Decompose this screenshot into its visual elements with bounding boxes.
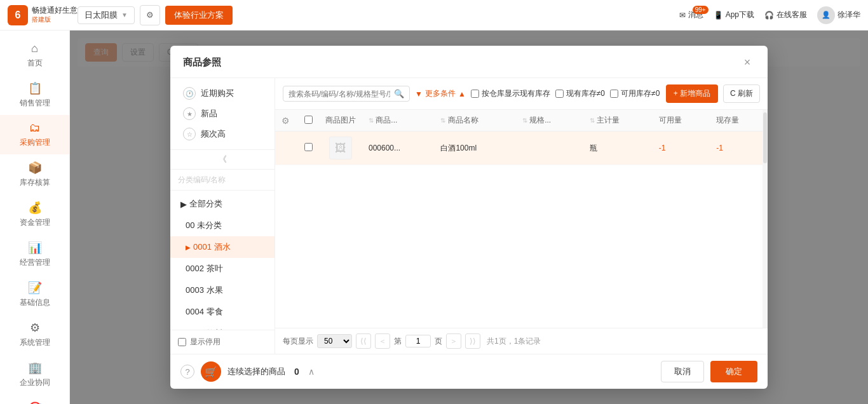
row-img: 🖼: [319, 131, 362, 165]
cat-0003-label: 0003 水果: [186, 285, 223, 296]
toolbar-right: + 新增商品 C 刷新: [666, 84, 760, 103]
warehouse-filter[interactable]: 按仓库显示现有库存: [471, 88, 550, 99]
quick-new[interactable]: ★ 新品: [178, 104, 267, 124]
footer-right: 取消 确定: [661, 361, 757, 382]
sidebar-item-home[interactable]: ⌂ 首页: [0, 36, 69, 75]
show-disabled-checkbox[interactable]: [178, 338, 186, 346]
sidebar-item-inventory[interactable]: 📦 库存核算: [0, 154, 69, 194]
category-list: ▶ 全部分类 00 未分类 ▶ 0001 酒水 0002 茶: [170, 191, 275, 330]
col-stock-label: 现存量: [716, 116, 739, 125]
service-item[interactable]: 🎧 在线客服: [764, 10, 807, 20]
warehouse-checkbox[interactable]: [471, 90, 479, 98]
add-product-button[interactable]: + 新增商品: [666, 84, 718, 103]
product-search-wrap: 🔍: [283, 86, 410, 102]
modal-title: 商品参照: [183, 57, 221, 69]
quick-frequent[interactable]: ☆ 频次高: [178, 124, 267, 144]
cat-item-00[interactable]: 00 未分类: [170, 215, 275, 236]
sort-icon-left: ⇅: [369, 117, 374, 124]
system-icon: ⚙: [30, 321, 40, 335]
user-item[interactable]: 👤 徐泽华: [817, 6, 860, 24]
product-search-icon[interactable]: 🔍: [394, 89, 404, 98]
cat-item-all[interactable]: ▶ 全部分类: [170, 193, 275, 215]
cat-item-0003[interactable]: 0003 水果: [170, 279, 275, 301]
service-label: 在线客服: [776, 10, 807, 20]
sidebar-item-finance[interactable]: 💰 资金管理: [0, 194, 69, 234]
user-name: 徐泽华: [837, 10, 860, 20]
sidebar-item-purchase[interactable]: 🗂 采购管理: [0, 115, 69, 154]
cart-icon[interactable]: 🛒: [201, 361, 221, 382]
collapse-button[interactable]: 《: [170, 150, 275, 170]
sidebar-item-enterprise[interactable]: 🏢 企业协同: [0, 354, 69, 394]
sidebar: ⌂ 首页 📋 销售管理 🗂 采购管理 📦 库存核算 💰 资金管理 📊 经营管理 …: [0, 30, 70, 404]
modal-close-button[interactable]: ×: [740, 55, 755, 70]
sidebar-item-sales[interactable]: 📋 销售管理: [0, 75, 69, 115]
sidebar-label-purchase: 采购管理: [20, 137, 50, 148]
table-row[interactable]: 🖼 000600... 白酒100ml 瓶 -1 -1: [275, 131, 768, 165]
next-page-btn[interactable]: ＞: [446, 333, 461, 349]
sidebar-item-basic[interactable]: 📝 基础信息: [0, 274, 69, 314]
refresh-button[interactable]: C 刷新: [723, 84, 760, 103]
sidebar-label-finance: 资金管理: [20, 217, 50, 228]
sidebar-label-system: 系统管理: [20, 337, 50, 348]
usable-checkbox[interactable]: [610, 90, 618, 98]
usable-label: 可用库存≠0: [621, 88, 660, 99]
col-unit-label: 主计量: [597, 116, 620, 125]
cat-item-0001[interactable]: ▶ 0001 酒水: [170, 236, 275, 258]
more-filter-button[interactable]: ▼ 更多条件 ▲: [415, 88, 466, 99]
table-setting-icon[interactable]: ⚙: [281, 116, 290, 126]
last-page-btn[interactable]: ⟩⟩: [465, 333, 480, 349]
trial-button[interactable]: 体验行业方案: [165, 6, 233, 25]
collapse-footer-icon[interactable]: ∧: [308, 367, 315, 377]
guide-icon: 🎯: [28, 401, 42, 404]
col-check-header: [298, 110, 319, 131]
avatar: 👤: [817, 6, 835, 24]
select-all-checkbox[interactable]: [304, 116, 313, 124]
sidebar-item-guide[interactable]: 🎯 新手引导: [0, 394, 69, 404]
per-page-select[interactable]: 50 10 20 100: [317, 334, 352, 348]
sidebar-label-operation: 经营管理: [20, 257, 50, 268]
gear-button[interactable]: ⚙: [140, 5, 160, 25]
message-icon: ✉: [679, 11, 686, 20]
cancel-button[interactable]: 取消: [661, 361, 704, 382]
quick-new-label: 新品: [201, 108, 217, 119]
usable-filter[interactable]: 可用库存≠0: [610, 88, 660, 99]
main-content: 查询 设置 C 刷新 商品参照 ×: [70, 30, 868, 404]
prev-page-btn[interactable]: ＜: [375, 333, 390, 349]
available-checkbox[interactable]: [555, 90, 564, 98]
col-stock-header[interactable]: 现存量: [710, 110, 768, 131]
modal-overlay: 商品参照 × 🕐 近期购买 ★: [70, 30, 868, 404]
sidebar-label-inventory: 库存核算: [20, 177, 50, 188]
gear-icon: ⚙: [146, 10, 154, 20]
cat-all-label: 全部分类: [189, 198, 222, 210]
message-badge: 99+: [693, 6, 709, 14]
app-label: App下载: [726, 10, 754, 20]
col-available-label: 可用量: [659, 116, 682, 125]
table-scrollbar[interactable]: [763, 110, 768, 328]
store-selector[interactable]: 日太阳膜 ▼: [78, 6, 135, 24]
quick-recent[interactable]: 🕐 近期购买: [178, 83, 267, 104]
app-download-item[interactable]: 📱 App下载: [714, 10, 754, 20]
col-spec-header[interactable]: ⇅ 规格...: [516, 110, 583, 131]
page-number-input[interactable]: [405, 335, 431, 347]
product-search-input[interactable]: [288, 90, 390, 98]
cat-0001-label: 0001 酒水: [193, 241, 231, 253]
sidebar-item-operation[interactable]: 📊 经营管理: [0, 234, 69, 274]
row-checkbox[interactable]: [304, 143, 313, 151]
help-button[interactable]: ?: [180, 365, 194, 379]
cat-item-0005[interactable]: 0005 饮料: [170, 323, 275, 330]
first-page-btn[interactable]: ⟨⟨: [356, 333, 371, 349]
col-code-header[interactable]: ⇅ 商品...: [362, 110, 434, 131]
col-unit-header[interactable]: ⇅ 主计量: [583, 110, 653, 131]
available-filter[interactable]: 现有库存≠0: [555, 88, 605, 99]
cat-item-0002[interactable]: 0002 茶叶: [170, 258, 275, 279]
cat-00-label: 00 未分类: [186, 220, 222, 231]
col-name-header[interactable]: ⇅ 商品名称: [434, 110, 515, 131]
cat-item-0004[interactable]: 0004 零食: [170, 301, 275, 323]
filter-label: 更多条件: [425, 88, 456, 99]
table-body: 🖼 000600... 白酒100ml 瓶 -1 -1: [275, 131, 768, 165]
category-search-input[interactable]: [178, 175, 273, 184]
sidebar-item-system[interactable]: ⚙ 系统管理: [0, 314, 69, 354]
confirm-button[interactable]: 确定: [710, 361, 757, 382]
col-available-header[interactable]: 可用量: [653, 110, 710, 131]
message-item[interactable]: ✉ 消息 99+: [679, 10, 703, 20]
